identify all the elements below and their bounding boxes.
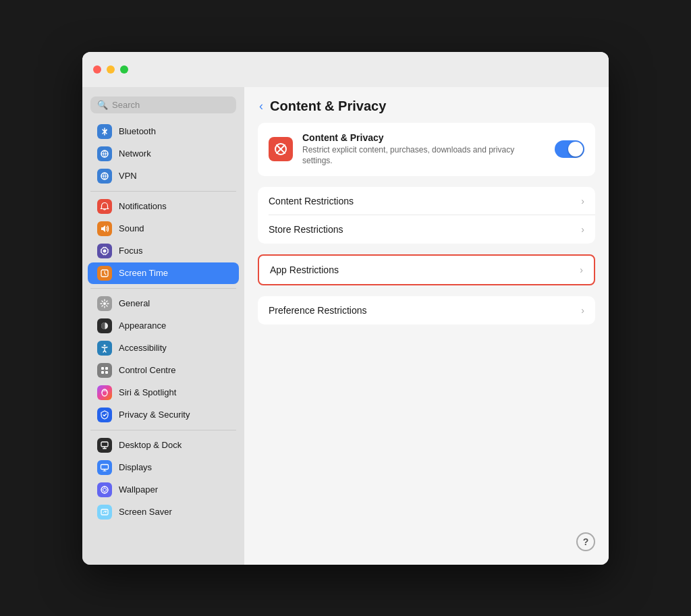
network-icon [97,146,112,161]
sidebar-item-displays[interactable]: Displays [88,457,239,478]
sidebar-item-vpn[interactable]: VPN [88,165,239,187]
sidebar-item-siri[interactable]: Siri & Spotlight [88,382,239,403]
search-box[interactable]: 🔍 Search [90,96,236,113]
sidebar-item-label: Siri & Spotlight [119,387,176,397]
sidebar-item-screensaver[interactable]: Screen Saver [88,501,239,523]
sidebar-item-label: Notifications [119,201,167,211]
minimize-button[interactable] [107,65,115,74]
help-button[interactable]: ? [576,532,595,551]
search-placeholder: Search [112,100,140,110]
page-title: Content & Privacy [270,99,386,114]
displays-icon [97,460,112,475]
wallpaper-icon [97,482,112,497]
sidebar-item-accessibility[interactable]: Accessibility [88,337,239,359]
svg-point-3 [103,302,106,305]
chevron-right-icon: › [581,305,584,316]
sidebar-item-network[interactable]: Network [88,143,239,165]
sidebar-item-label: General [119,298,150,308]
content-area: 🔍 Search Bluetooth [82,87,609,565]
panel-header: ‹ Content & Privacy [244,87,609,123]
back-button[interactable]: ‹ [258,98,265,115]
sidebar-item-label: Control Centre [119,365,176,375]
svg-point-15 [103,488,107,491]
sidebar-item-label: Network [119,148,151,159]
restriction-label: Store Restrictions [269,224,581,235]
sidebar-item-bluetooth[interactable]: Bluetooth [88,121,239,142]
content-privacy-icon [269,137,293,161]
sidebar-item-controlcentre[interactable]: Control Centre [88,360,239,381]
notifications-icon [97,199,112,214]
main-panel: ‹ Content & Privacy Content & Privacy [244,87,609,565]
restrictions-list: Content Restrictions › Store Restriction… [258,187,595,244]
focus-icon [97,244,112,258]
sidebar-item-screentime[interactable]: Screen Time [88,262,239,284]
sidebar-item-notifications[interactable]: Notifications [88,196,239,217]
sidebar-item-label: Screen Time [119,268,168,278]
traffic-lights [93,65,128,74]
screensaver-icon [97,505,112,520]
svg-rect-9 [105,371,108,374]
sidebar-item-focus[interactable]: Focus [88,240,239,262]
close-button[interactable] [93,65,101,74]
svg-rect-7 [105,367,108,370]
content-privacy-toggle[interactable] [555,140,584,158]
top-card-text: Content & Privacy Restrict explicit cont… [302,132,545,167]
panel-content: Content & Privacy Restrict explicit cont… [244,123,609,339]
separator-2 [90,288,236,289]
svg-rect-8 [101,371,104,374]
vpn-icon [97,169,112,184]
sidebar-item-label: Sound [119,223,144,233]
search-container: 🔍 Search [82,92,244,120]
svg-rect-13 [101,464,109,469]
sidebar-item-sound[interactable]: Sound [88,218,239,240]
svg-rect-16 [101,509,108,515]
sidebar-item-label: Appearance [119,320,166,331]
controlcentre-icon [97,363,112,378]
separator-1 [90,191,236,192]
content-restrictions-item[interactable]: Content Restrictions › [258,187,595,215]
sidebar-item-desktopanddock[interactable]: Desktop & Dock [88,435,239,456]
chevron-right-icon: › [581,224,584,235]
preference-restrictions-section: Preference Restrictions › [258,296,595,325]
svg-rect-6 [101,367,104,370]
toggle-knob [568,142,583,157]
appearance-icon [97,318,112,333]
maximize-button[interactable] [120,65,128,74]
sidebar-item-appearance[interactable]: Appearance [88,315,239,337]
sidebar-item-wallpaper[interactable]: Wallpaper [88,479,239,501]
svg-point-5 [104,344,106,346]
title-bar [82,52,609,87]
privacy-icon [97,408,112,422]
system-preferences-window: 🔍 Search Bluetooth [82,52,609,565]
bottom-area: ? [244,338,609,564]
sidebar-item-privacy[interactable]: Privacy & Security [88,404,239,426]
restriction-label: Content Restrictions [269,196,581,206]
sidebar-item-label: Privacy & Security [119,410,190,420]
separator-3 [90,430,236,430]
general-icon [97,296,112,311]
content-privacy-card: Content & Privacy Restrict explicit cont… [258,123,595,177]
app-restrictions-section: App Restrictions › [258,254,595,285]
top-card-description: Restrict explicit content, purchases, do… [302,144,545,167]
accessibility-icon [97,341,112,356]
sidebar-item-label: Accessibility [119,343,167,353]
svg-rect-11 [101,442,108,447]
sidebar-item-label: Bluetooth [119,126,156,136]
sidebar-item-label: VPN [119,171,137,181]
restriction-label: Preference Restrictions [269,305,581,316]
chevron-right-icon: › [580,264,583,275]
desktopanddock-icon [97,438,112,453]
chevron-right-icon: › [581,196,584,206]
sidebar-item-label: Wallpaper [119,484,158,495]
sidebar-item-label: Focus [119,246,142,256]
bluetooth-icon [97,124,112,139]
sidebar-item-general[interactable]: General [88,293,239,314]
app-restrictions-item[interactable]: App Restrictions › [259,256,594,284]
store-restrictions-item[interactable]: Store Restrictions › [258,215,595,244]
preference-restrictions-item[interactable]: Preference Restrictions › [258,296,595,325]
svg-point-17 [105,511,107,512]
sidebar-item-label: Desktop & Dock [119,440,182,450]
sound-icon [97,221,112,236]
sidebar: 🔍 Search Bluetooth [82,87,244,565]
siri-icon [97,385,112,400]
